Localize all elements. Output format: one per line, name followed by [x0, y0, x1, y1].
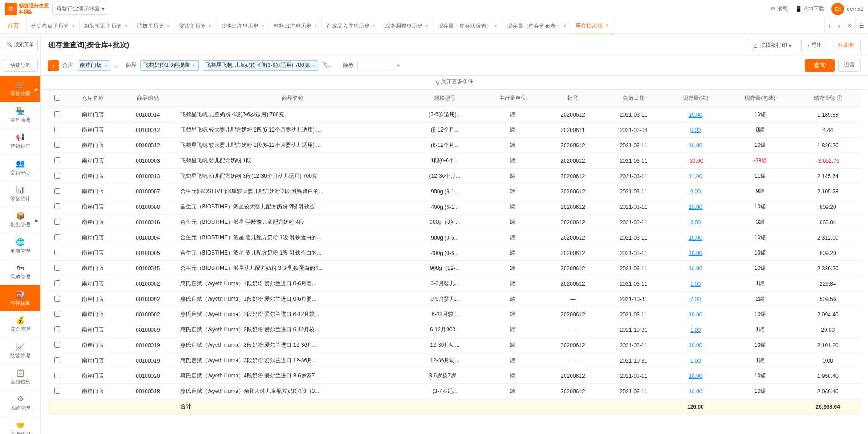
settings-button[interactable]: 设置	[838, 59, 861, 72]
cell-qty-main[interactable]: 10.00	[665, 230, 725, 245]
tab-item-chengben[interactable]: 成本调整单历史 ×	[380, 18, 433, 34]
cell-qty-main[interactable]: 10.00	[665, 199, 725, 215]
tab-close-kucun-pici[interactable]: ×	[605, 23, 608, 28]
cell-qty-main[interactable]: 10.00	[665, 368, 725, 384]
row-checkbox-10[interactable]	[54, 265, 60, 271]
warehouse-more[interactable]: ...	[114, 62, 118, 69]
quick-nav-button[interactable]: 快捷导航	[3, 59, 38, 72]
row-check[interactable]	[48, 123, 66, 138]
product-filter-1-close[interactable]: ×	[193, 63, 195, 68]
filter-expand-btn[interactable]: ›	[48, 60, 59, 71]
tab-menu[interactable]: ☰	[855, 18, 868, 34]
row-check[interactable]	[48, 307, 66, 322]
row-checkbox-1[interactable]	[54, 127, 60, 132]
row-checkbox-5[interactable]	[54, 188, 60, 194]
row-checkbox-17[interactable]	[54, 373, 60, 378]
row-checkbox-0[interactable]	[54, 111, 60, 117]
cell-qty-main[interactable]: 3.00	[665, 215, 725, 230]
select-all-checkbox[interactable]	[54, 95, 60, 101]
cell-qty-main[interactable]: 10.00	[665, 384, 725, 399]
sidebar-item-retail-mgmt[interactable]: 🛒 零售管理 ▶	[0, 76, 40, 102]
cell-qty-main[interactable]: 1.00	[665, 276, 725, 292]
cell-qty-main[interactable]: 11.00	[665, 169, 725, 184]
tab-item-yaohuo[interactable]: 要货单历史 ×	[175, 18, 217, 34]
tab-item-xiancun2[interactable]: 现存量（库存分布表） ×	[502, 18, 571, 34]
sidebar-item-ecommerce[interactable]: 🌐 电商管理	[0, 233, 40, 259]
sidebar-item-wholesale[interactable]: 📦 批发管理 ▶	[0, 207, 40, 233]
tab-arrow-left[interactable]: ‹	[825, 18, 834, 34]
row-checkbox-3[interactable]	[54, 157, 60, 163]
sidebar-item-retail-mall[interactable]: 🏪 零售商城	[0, 102, 40, 128]
app-download-btn[interactable]: 📱 App下载	[795, 5, 824, 13]
tab-close-chengben[interactable]: ×	[425, 24, 428, 28]
refresh-button[interactable]: ↻ 刷新	[832, 39, 861, 52]
row-check[interactable]	[48, 322, 66, 338]
row-checkbox-6[interactable]	[54, 203, 60, 209]
tab-item-cailiao[interactable]: 材料出库单历史 ×	[269, 18, 322, 34]
row-check[interactable]	[48, 292, 66, 307]
row-check[interactable]	[48, 261, 66, 276]
sidebar-item-marketing[interactable]: 📢 营销推广	[0, 128, 40, 155]
row-checkbox-14[interactable]	[54, 326, 60, 332]
row-check[interactable]	[48, 353, 66, 368]
row-check[interactable]	[48, 230, 66, 245]
row-checkbox-13[interactable]	[54, 311, 60, 317]
sidebar-item-enterprise[interactable]: 🤝 企业协同	[0, 416, 40, 434]
row-checkbox-9[interactable]	[54, 250, 60, 255]
tab-close-diaob[interactable]: ×	[167, 24, 170, 28]
tab-item-qita[interactable]: 其他出库单历史 ×	[216, 18, 269, 34]
tab-arrow-right[interactable]: ›	[834, 18, 844, 34]
color-dropdown-icon[interactable]: ▾	[397, 62, 400, 69]
row-check[interactable]	[48, 107, 66, 123]
tab-item-kucun-pici[interactable]: 库存批次账 ×	[571, 18, 613, 34]
query-button[interactable]: 查询	[805, 59, 835, 72]
row-check[interactable]	[48, 169, 66, 184]
row-checkbox-16[interactable]	[54, 357, 60, 363]
tab-close-zuhe[interactable]: ×	[125, 24, 127, 28]
tab-item-xiancun1[interactable]: 现存量（库存状况表） ×	[433, 18, 502, 34]
tab-home[interactable]: 首页	[0, 18, 27, 34]
message-btn[interactable]: ✉ 消息	[771, 5, 788, 13]
row-checkbox-12[interactable]	[54, 296, 60, 302]
col-check[interactable]	[48, 90, 66, 107]
tab-close-xiancun1[interactable]: ×	[495, 24, 497, 28]
tab-item-zuhe[interactable]: 组装拆卸单历史 ×	[80, 18, 132, 34]
cell-qty-main[interactable]: 0.00	[665, 123, 725, 138]
tab-close-xiancun2[interactable]: ×	[564, 24, 566, 28]
tab-close-qita[interactable]: ×	[261, 24, 264, 28]
color-input[interactable]	[357, 61, 393, 70]
sidebar-item-system[interactable]: ⚙ 系统管理	[0, 390, 40, 416]
row-checkbox-11[interactable]	[54, 280, 60, 286]
warehouse-filter-close[interactable]: ×	[104, 63, 107, 68]
cell-qty-main[interactable]: 1.00	[665, 353, 725, 368]
sidebar-item-retail-stats[interactable]: 📊 零售统计	[0, 181, 40, 207]
row-checkbox-15[interactable]	[54, 342, 60, 348]
tab-item-fenti[interactable]: 分提盘点单历史 ×	[27, 18, 80, 34]
cell-qty-main[interactable]: -39.00	[665, 153, 725, 169]
sidebar-item-ops[interactable]: 📈 经营管理	[0, 338, 40, 364]
print-button[interactable]: 🖨 按模板打印 ▾	[747, 39, 797, 52]
row-check[interactable]	[48, 215, 66, 230]
row-checkbox-18[interactable]	[54, 388, 60, 394]
cell-qty-main[interactable]: 10.00	[665, 138, 725, 153]
cell-qty-main[interactable]: 9.00	[665, 184, 725, 199]
cell-qty-main[interactable]: 10.00	[665, 107, 725, 123]
org-selector[interactable]: 母婴行业演示账套 ▾	[52, 3, 108, 15]
tab-close-yaohuo[interactable]: ×	[209, 24, 212, 28]
tab-close-chanch[interactable]: ×	[373, 24, 375, 28]
row-check[interactable]	[48, 368, 66, 384]
row-check[interactable]	[48, 338, 66, 353]
product-filter-2-close[interactable]: ×	[312, 63, 315, 68]
tab-item-chanch[interactable]: 产成品入库单历史 ×	[322, 18, 380, 34]
tab-item-diaob[interactable]: 调拨单历史 ×	[132, 18, 175, 34]
search-button[interactable]: 🔍 搜索英单	[3, 38, 38, 51]
product-more[interactable]: 飞...	[322, 61, 332, 69]
cell-qty-main[interactable]: 10.00	[665, 261, 725, 276]
expand-more-btn[interactable]: ⋁ 展开更多条件	[435, 78, 473, 85]
tab-close-cailiao[interactable]: ×	[314, 24, 317, 28]
sidebar-item-purchase[interactable]: 🛍 采购管理	[0, 259, 40, 285]
row-check[interactable]	[48, 276, 66, 292]
row-checkbox-2[interactable]	[54, 142, 60, 148]
row-check[interactable]	[48, 153, 66, 169]
export-button[interactable]: ↓ 导出	[801, 39, 828, 52]
